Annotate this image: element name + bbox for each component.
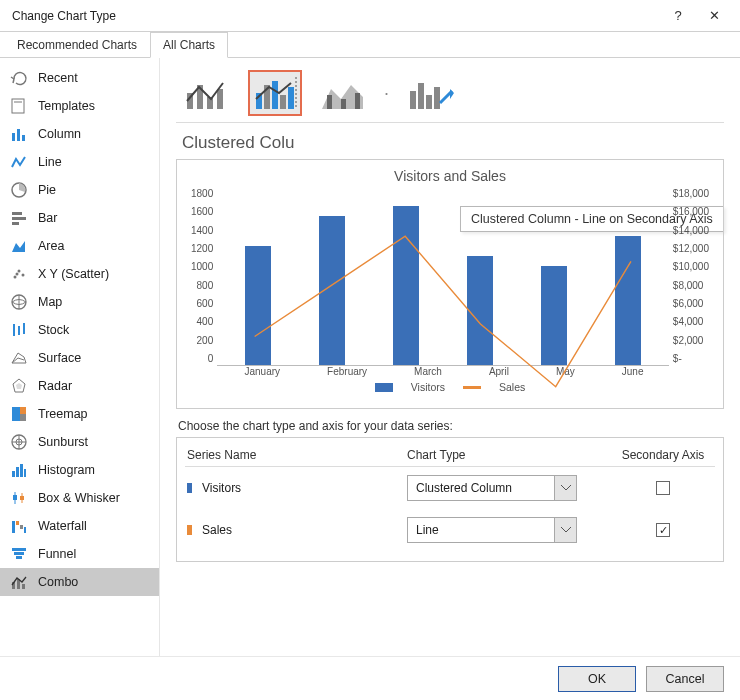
svg-rect-34 <box>20 496 24 500</box>
series-color-swatch <box>187 483 192 493</box>
tab-recommended-charts[interactable]: Recommended Charts <box>4 32 150 58</box>
svg-rect-29 <box>20 464 23 477</box>
sidebar-item-label: Sunburst <box>38 435 88 449</box>
svg-rect-37 <box>20 525 23 529</box>
sidebar-item-combo[interactable]: Combo <box>0 568 159 596</box>
svg-rect-44 <box>22 584 25 589</box>
cancel-button[interactable]: Cancel <box>646 666 724 692</box>
sidebar-item-label: Stock <box>38 323 69 337</box>
sidebar-item-label: X Y (Scatter) <box>38 267 109 281</box>
sidebar-item-label: Treemap <box>38 407 88 421</box>
svg-rect-39 <box>12 548 26 551</box>
combo-icon <box>10 573 28 591</box>
surface-icon <box>10 349 28 367</box>
divider <box>176 122 724 123</box>
series-color-swatch <box>187 525 192 535</box>
sidebar-item-funnel[interactable]: Funnel <box>0 540 159 568</box>
sidebar-item-label: Bar <box>38 211 57 225</box>
sidebar-item-surface[interactable]: Surface <box>0 344 159 372</box>
sidebar-item-label: Line <box>38 155 62 169</box>
sidebar-item-sunburst[interactable]: Sunburst <box>0 428 159 456</box>
area-icon <box>10 237 28 255</box>
sunburst-icon <box>10 433 28 451</box>
sidebar-item-label: Combo <box>38 575 78 589</box>
sidebar-item-label: Funnel <box>38 547 76 561</box>
svg-point-10 <box>14 276 17 279</box>
sidebar-item-label: Pie <box>38 183 56 197</box>
sidebar-item-treemap[interactable]: Treemap <box>0 400 159 428</box>
dialog-footer: OK Cancel <box>0 656 740 700</box>
sidebar-item-label: Templates <box>38 99 95 113</box>
sidebar-item-stock[interactable]: Stock <box>0 316 159 344</box>
svg-marker-9 <box>12 241 25 252</box>
tab-all-charts[interactable]: All Charts <box>150 32 228 58</box>
sidebar-item-pie[interactable]: Pie <box>0 176 159 204</box>
svg-rect-4 <box>22 135 25 141</box>
subtype-custom-combination[interactable] <box>403 70 457 116</box>
ok-button[interactable]: OK <box>558 666 636 692</box>
sidebar-item-bar[interactable]: Bar <box>0 204 159 232</box>
svg-rect-3 <box>17 129 20 141</box>
svg-rect-21 <box>20 407 26 414</box>
svg-rect-30 <box>24 469 26 477</box>
svg-rect-41 <box>16 556 22 559</box>
svg-rect-61 <box>426 95 432 109</box>
svg-rect-35 <box>12 521 15 533</box>
bar-icon <box>10 209 28 227</box>
y-axis-primary: 180016001400120010008006004002000 <box>187 186 217 366</box>
sidebar-item-map[interactable]: Map <box>0 288 159 316</box>
svg-rect-57 <box>341 99 346 109</box>
svg-rect-2 <box>12 133 15 141</box>
scatter-icon <box>10 265 28 283</box>
dialog-body: Recent Templates Column Line Pie Bar Are… <box>0 58 740 656</box>
window-title: Change Chart Type <box>8 9 660 23</box>
combo-subtypes: · <box>176 70 724 116</box>
svg-rect-60 <box>418 83 424 109</box>
plot-area: 180016001400120010008006004002000 $18,00… <box>187 186 713 366</box>
subtype-clustered-column-line-secondary[interactable] <box>248 70 302 116</box>
sidebar-item-histogram[interactable]: Histogram <box>0 456 159 484</box>
svg-rect-6 <box>12 212 22 215</box>
line-icon <box>10 153 28 171</box>
svg-rect-53 <box>288 87 294 109</box>
chart-canvas <box>217 186 669 366</box>
sidebar-item-waterfall[interactable]: Waterfall <box>0 512 159 540</box>
radar-icon <box>10 377 28 395</box>
svg-rect-8 <box>12 222 19 225</box>
sidebar-item-recent[interactable]: Recent <box>0 64 159 92</box>
chart-category-sidebar: Recent Templates Column Line Pie Bar Are… <box>0 58 160 656</box>
pie-icon <box>10 181 28 199</box>
sidebar-item-label: Histogram <box>38 463 95 477</box>
sidebar-item-scatter[interactable]: X Y (Scatter) <box>0 260 159 288</box>
chart-preview[interactable]: Visitors and Sales 180016001400120010008… <box>176 159 724 409</box>
svg-rect-1 <box>14 101 22 103</box>
chart-title: Visitors and Sales <box>187 168 713 184</box>
subtype-stacked-area-column[interactable] <box>316 70 370 116</box>
close-button[interactable]: ✕ <box>696 8 732 23</box>
svg-rect-7 <box>12 217 26 220</box>
sidebar-item-area[interactable]: Area <box>0 232 159 260</box>
subtype-title: Clustered Colu <box>182 133 724 153</box>
sidebar-item-templates[interactable]: Templates <box>0 92 159 120</box>
y-axis-secondary: $18,000$16,000$14,000$12,000$10,000$8,00… <box>669 186 713 366</box>
sidebar-item-line[interactable]: Line <box>0 148 159 176</box>
sidebar-item-label: Surface <box>38 351 81 365</box>
svg-rect-20 <box>12 407 20 421</box>
help-button[interactable]: ? <box>660 8 696 23</box>
dialog-tabs: Recommended Charts All Charts <box>0 32 740 58</box>
sidebar-item-radar[interactable]: Radar <box>0 372 159 400</box>
svg-rect-56 <box>327 95 332 109</box>
histogram-icon <box>10 461 28 479</box>
svg-rect-52 <box>280 95 286 109</box>
sidebar-item-column[interactable]: Column <box>0 120 159 148</box>
svg-rect-58 <box>355 93 360 109</box>
content-pane: · Clustered Colu Clustered Column - Line… <box>160 58 740 656</box>
svg-point-11 <box>18 270 21 273</box>
svg-rect-32 <box>13 495 17 500</box>
subtype-clustered-column-line[interactable] <box>180 70 234 116</box>
svg-point-12 <box>22 274 25 277</box>
titlebar: Change Chart Type ? ✕ <box>0 0 740 32</box>
sidebar-item-label: Recent <box>38 71 78 85</box>
sidebar-item-box-whisker[interactable]: Box & Whisker <box>0 484 159 512</box>
svg-point-13 <box>16 273 19 276</box>
